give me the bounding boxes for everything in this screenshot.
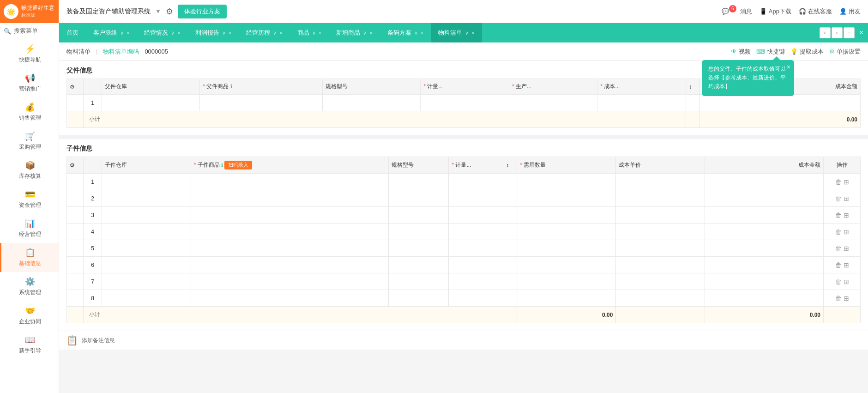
child-row4-spec[interactable]	[388, 224, 449, 240]
child-row3-copy-icon[interactable]: ⊞	[844, 212, 849, 219]
experience-button[interactable]: 体验行业方案	[178, 5, 227, 18]
sidebar-item-sales[interactable]: 💰 销售管理	[0, 97, 59, 127]
search-menu[interactable]: 🔍 搜索菜单	[0, 23, 59, 39]
child-row3-qty[interactable]	[517, 207, 616, 224]
child-th-settings[interactable]: ⚙	[67, 157, 84, 174]
child-row2-warehouse[interactable]	[102, 190, 191, 207]
child-row8-warehouse[interactable]	[102, 290, 191, 307]
child-row4-qty[interactable]	[517, 224, 616, 240]
parent-row1-warehouse[interactable]	[102, 95, 200, 111]
app-download-action[interactable]: 📱 App下载	[760, 7, 791, 16]
tab-bom-close[interactable]: ×	[471, 30, 474, 36]
child-row1-unit[interactable]	[449, 174, 503, 190]
child-row5-copy-icon[interactable]: ⊞	[844, 245, 849, 252]
child-row4-warehouse[interactable]	[102, 224, 191, 240]
child-row6-unit-cost[interactable]	[616, 257, 705, 273]
child-row1-product[interactable]	[191, 174, 388, 190]
child-row3-unit-cost[interactable]	[616, 207, 705, 224]
child-row8-qty[interactable]	[517, 290, 616, 307]
child-row1-qty[interactable]	[517, 174, 616, 190]
tab-customer-close[interactable]: ×	[127, 30, 129, 36]
cost-pickup-action[interactable]: 💡 提取成本	[790, 48, 824, 56]
child-row2-unit[interactable]	[449, 190, 503, 207]
child-row6-copy-icon[interactable]: ⊞	[844, 261, 849, 269]
child-row2-unit-cost[interactable]	[616, 190, 705, 207]
tab-new-product[interactable]: 新增商品 ∨ ×	[329, 23, 380, 42]
child-row2-product[interactable]	[191, 190, 388, 207]
tab-products[interactable]: 商品 ∨ ×	[290, 23, 329, 42]
tab-history[interactable]: 经营历程 ∨ ×	[239, 23, 289, 42]
tab-prev-btn[interactable]: ‹	[820, 27, 831, 38]
sidebar-item-marketing[interactable]: 📢 营销推广	[0, 68, 59, 97]
close-all-tabs[interactable]: ×	[855, 29, 868, 37]
scan-btn[interactable]: 扫码录入	[224, 161, 252, 169]
child-row3-warehouse[interactable]	[102, 207, 191, 224]
child-row1-delete-icon[interactable]: 🗑	[835, 178, 842, 186]
parent-row1-production[interactable]	[509, 95, 597, 111]
tab-barcode[interactable]: 条码方案 ∨ ×	[380, 23, 431, 42]
child-row7-qty[interactable]	[517, 273, 616, 290]
child-row2-spec[interactable]	[388, 190, 449, 207]
child-row8-product[interactable]	[191, 290, 388, 307]
tab-history-close[interactable]: ×	[279, 30, 282, 36]
child-row3-product[interactable]	[191, 207, 388, 224]
parent-row1-unit[interactable]	[421, 95, 509, 111]
child-row5-unit-cost[interactable]	[616, 240, 705, 257]
tab-bom[interactable]: 物料清单 ∨ ×	[431, 23, 482, 42]
child-row8-copy-icon[interactable]: ⊞	[844, 295, 849, 302]
child-row1-spec[interactable]	[388, 174, 449, 190]
child-row1-warehouse[interactable]	[102, 174, 191, 190]
child-row5-product[interactable]	[191, 240, 388, 257]
child-row7-product[interactable]	[191, 273, 388, 290]
child-row5-delete-icon[interactable]: 🗑	[835, 245, 842, 252]
child-row6-delete-icon[interactable]: 🗑	[835, 261, 842, 269]
child-row3-spec[interactable]	[388, 207, 449, 224]
child-row8-unit[interactable]	[449, 290, 503, 307]
parent-row1-product[interactable]	[200, 95, 323, 111]
header-dropdown-icon[interactable]: ▼	[155, 8, 161, 15]
doc-settings-action[interactable]: ⚙ 单据设置	[829, 48, 861, 56]
child-row8-spec[interactable]	[388, 290, 449, 307]
tab-profit[interactable]: 利润报告 ∨ ×	[188, 23, 239, 42]
child-row6-spec[interactable]	[388, 257, 449, 273]
child-row5-qty[interactable]	[517, 240, 616, 257]
child-row6-qty[interactable]	[517, 257, 616, 273]
sidebar-item-basic-info[interactable]: 📋 基础信息	[0, 243, 59, 272]
child-row4-product[interactable]	[191, 224, 388, 240]
sidebar-item-guide[interactable]: 📖 新手引导	[0, 330, 59, 359]
child-row5-unit[interactable]	[449, 240, 503, 257]
tab-menu-btn[interactable]: ≡	[844, 27, 855, 38]
child-row6-warehouse[interactable]	[102, 257, 191, 273]
sidebar-item-system[interactable]: ⚙️ 系统管理	[0, 272, 59, 301]
sidebar-item-purchase[interactable]: 🛒 采购管理	[0, 127, 59, 156]
child-row3-unit[interactable]	[449, 207, 503, 224]
message-action[interactable]: 💬 6 消息	[722, 7, 752, 16]
shortcut-action[interactable]: ⌨ 快捷键	[756, 48, 785, 56]
tab-operations-status[interactable]: 经营情况 ∨ ×	[137, 23, 187, 42]
child-row8-delete-icon[interactable]: 🗑	[835, 295, 842, 302]
tab-barcode-close[interactable]: ×	[421, 30, 423, 36]
child-row3-delete-icon[interactable]: 🗑	[835, 212, 842, 219]
child-row7-warehouse[interactable]	[102, 273, 191, 290]
child-row5-spec[interactable]	[388, 240, 449, 257]
child-row1-unit-cost[interactable]	[616, 174, 705, 190]
child-row4-unit[interactable]	[449, 224, 503, 240]
child-row8-unit-cost[interactable]	[616, 290, 705, 307]
tab-products-close[interactable]: ×	[319, 30, 321, 36]
sidebar-item-quick-nav[interactable]: ⚡ 快捷导航	[0, 39, 59, 68]
child-row7-copy-icon[interactable]: ⊞	[844, 278, 849, 285]
child-row5-warehouse[interactable]	[102, 240, 191, 257]
child-row4-copy-icon[interactable]: ⊞	[844, 228, 849, 236]
parent-row1-spec[interactable]	[323, 95, 421, 111]
child-row7-delete-icon[interactable]: 🗑	[835, 278, 842, 285]
tab-new-product-close[interactable]: ×	[369, 30, 372, 36]
tab-home[interactable]: 首页	[59, 23, 86, 42]
sidebar-item-finance[interactable]: 💳 资金管理	[0, 185, 59, 214]
tab-profit-close[interactable]: ×	[229, 30, 231, 36]
child-row4-delete-icon[interactable]: 🗑	[835, 228, 842, 236]
tooltip-close-btn[interactable]: ×	[787, 62, 790, 72]
sidebar-item-enterprise[interactable]: 🤝 企业协同	[0, 301, 59, 330]
sidebar-item-inventory[interactable]: 📦 库存核算	[0, 156, 59, 185]
sidebar-item-operations[interactable]: 📊 经营管理	[0, 214, 59, 243]
user-action[interactable]: 👤 用友	[839, 7, 861, 16]
